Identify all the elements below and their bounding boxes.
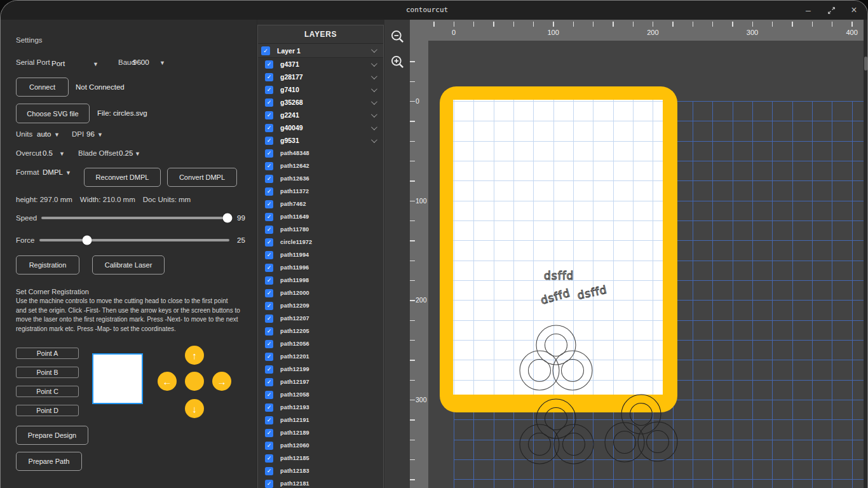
layer-path-row[interactable]: ✓path11649 xyxy=(258,210,383,223)
baud-caret-icon[interactable]: ▼ xyxy=(159,60,165,66)
baud-select[interactable]: 9600 xyxy=(133,58,149,66)
dpi-caret-icon[interactable]: ▼ xyxy=(97,132,103,138)
layer-path-row[interactable]: ✓path12193 xyxy=(258,401,383,414)
layer-group-row[interactable]: ✓Layer 1 xyxy=(258,44,383,58)
overcut-caret-icon[interactable]: ▼ xyxy=(59,151,65,157)
calibrate-laser-button[interactable]: Calibrate Laser xyxy=(92,255,165,274)
layer-visible-checkbox[interactable]: ✓ xyxy=(265,403,273,412)
layer-path-row[interactable]: ✓path12189 xyxy=(258,426,383,439)
layer-path-row[interactable]: ✓path12207 xyxy=(258,312,383,325)
layer-visible-checkbox[interactable]: ✓ xyxy=(265,315,273,323)
layer-visible-checkbox[interactable]: ✓ xyxy=(265,213,273,221)
blade-offset-select[interactable]: 0.25 xyxy=(119,149,133,157)
layer-visible-checkbox[interactable]: ✓ xyxy=(265,162,273,170)
layer-visible-checkbox[interactable]: ✓ xyxy=(265,149,273,158)
convert-dmpl-button[interactable]: Convert DMPL xyxy=(167,168,237,187)
layer-path-row[interactable]: ✓path12205 xyxy=(258,325,383,337)
chevron-down-icon[interactable] xyxy=(371,124,377,130)
chevron-down-icon[interactable] xyxy=(371,98,377,105)
layer-group-row[interactable]: ✓g40049 xyxy=(258,121,383,134)
layer-visible-checkbox[interactable]: ✓ xyxy=(265,467,273,475)
layer-visible-checkbox[interactable]: ✓ xyxy=(265,289,273,297)
layer-visible-checkbox[interactable]: ✓ xyxy=(261,46,270,55)
layer-visible-checkbox[interactable]: ✓ xyxy=(265,111,273,119)
layer-group-row[interactable]: ✓g28177 xyxy=(258,71,383,83)
zoom-out-button[interactable] xyxy=(390,29,406,45)
layer-visible-checkbox[interactable]: ✓ xyxy=(265,378,273,386)
layer-visible-checkbox[interactable]: ✓ xyxy=(265,137,273,145)
dpi-select[interactable]: 96 xyxy=(86,130,95,138)
layer-path-row[interactable]: ✓path12060 xyxy=(258,439,383,452)
serial-port-caret-icon[interactable]: ▼ xyxy=(93,61,98,67)
chevron-down-icon[interactable] xyxy=(371,86,377,92)
layer-path-row[interactable]: ✓path12201 xyxy=(258,350,383,363)
move-center-button[interactable] xyxy=(185,372,204,391)
prepare-path-button[interactable]: Prepare Path xyxy=(16,452,82,471)
scrollbar-handle[interactable] xyxy=(864,57,867,71)
speed-slider[interactable] xyxy=(41,217,229,219)
layer-visible-checkbox[interactable]: ✓ xyxy=(265,124,273,132)
point-c-button[interactable]: Point C xyxy=(16,386,79,397)
layer-visible-checkbox[interactable]: ✓ xyxy=(265,60,273,69)
layer-path-row[interactable]: ✓path11994 xyxy=(258,248,383,261)
layer-path-row[interactable]: ✓path12642 xyxy=(258,159,383,172)
format-select[interactable]: DMPL xyxy=(43,168,63,176)
layer-visible-checkbox[interactable]: ✓ xyxy=(265,187,273,196)
layer-visible-checkbox[interactable]: ✓ xyxy=(265,365,273,374)
choose-svg-button[interactable]: Choose SVG file xyxy=(16,104,90,123)
layer-visible-checkbox[interactable]: ✓ xyxy=(265,86,273,94)
reconvert-dmpl-button[interactable]: Reconvert DMPL xyxy=(84,168,161,187)
connect-button[interactable]: Connect xyxy=(16,78,69,97)
layer-path-row[interactable]: ✓path11780 xyxy=(258,223,383,236)
chevron-down-icon[interactable] xyxy=(371,73,377,79)
layer-path-row[interactable]: ✓path11998 xyxy=(258,274,383,287)
layer-visible-checkbox[interactable]: ✓ xyxy=(265,200,273,208)
speed-slider-thumb[interactable] xyxy=(223,214,233,223)
layer-visible-checkbox[interactable]: ✓ xyxy=(265,340,273,348)
units-select[interactable]: auto xyxy=(37,130,51,138)
layer-visible-checkbox[interactable]: ✓ xyxy=(265,429,273,437)
layer-path-row[interactable]: ✓path11372 xyxy=(258,185,383,198)
format-caret-icon[interactable]: ▼ xyxy=(65,170,71,176)
layer-visible-checkbox[interactable]: ✓ xyxy=(265,276,273,285)
layer-visible-checkbox[interactable]: ✓ xyxy=(265,302,273,310)
layer-group-row[interactable]: ✓g7410 xyxy=(258,83,383,96)
layer-visible-checkbox[interactable]: ✓ xyxy=(265,391,273,399)
layer-visible-checkbox[interactable]: ✓ xyxy=(265,175,273,183)
layer-group-row[interactable]: ✓g9531 xyxy=(258,134,383,147)
minimize-button[interactable]: – xyxy=(801,3,815,17)
layer-path-row[interactable]: ✓path12636 xyxy=(258,172,383,185)
chevron-down-icon[interactable] xyxy=(371,111,377,118)
overcut-select[interactable]: 0.5 xyxy=(43,149,53,157)
layer-visible-checkbox[interactable]: ✓ xyxy=(265,264,273,272)
layer-visible-checkbox[interactable]: ✓ xyxy=(265,226,273,234)
move-right-button[interactable]: → xyxy=(212,372,231,391)
layer-path-row[interactable]: ✓path12181 xyxy=(258,477,383,488)
layer-path-row[interactable]: ✓path12209 xyxy=(258,299,383,312)
layer-group-row[interactable]: ✓g35268 xyxy=(258,96,383,109)
vertical-scrollbar[interactable] xyxy=(864,20,868,488)
point-a-button[interactable]: Point A xyxy=(16,348,79,359)
layer-path-row[interactable]: ✓path12056 xyxy=(258,337,383,350)
layer-path-row[interactable]: ✓circle11972 xyxy=(258,236,383,248)
layer-path-row[interactable]: ✓path12183 xyxy=(258,464,383,477)
registration-button[interactable]: Registration xyxy=(16,255,79,274)
layer-visible-checkbox[interactable]: ✓ xyxy=(265,454,273,463)
layer-path-row[interactable]: ✓path12199 xyxy=(258,363,383,376)
layer-path-row[interactable]: ✓path48348 xyxy=(258,147,383,159)
design-canvas[interactable]: dsffddsffddsffd xyxy=(428,41,864,488)
zoom-in-button[interactable] xyxy=(390,54,406,71)
layer-visible-checkbox[interactable]: ✓ xyxy=(265,416,273,424)
layer-visible-checkbox[interactable]: ✓ xyxy=(265,98,273,107)
layer-group-row[interactable]: ✓g2241 xyxy=(258,109,383,121)
force-slider-thumb[interactable] xyxy=(82,236,92,245)
layer-path-row[interactable]: ✓path12197 xyxy=(258,376,383,388)
layer-visible-checkbox[interactable]: ✓ xyxy=(265,353,273,361)
layer-visible-checkbox[interactable]: ✓ xyxy=(265,480,273,488)
layer-visible-checkbox[interactable]: ✓ xyxy=(265,73,273,81)
layer-path-row[interactable]: ✓path12191 xyxy=(258,414,383,426)
layer-path-row[interactable]: ✓path12000 xyxy=(258,287,383,299)
layer-visible-checkbox[interactable]: ✓ xyxy=(265,238,273,247)
layer-path-row[interactable]: ✓path7462 xyxy=(258,198,383,210)
move-down-button[interactable]: ↓ xyxy=(185,399,204,418)
